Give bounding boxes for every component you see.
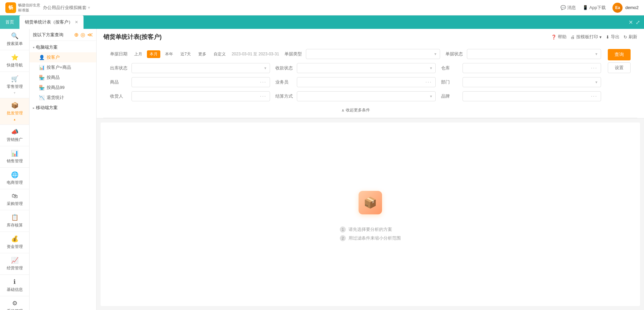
main-layout: 🔍 搜索菜单 ⭐ 快捷导航 🛒 零售管理 ▾ 📦 批发管理 ▴ 📣 营销推广 📊… <box>0 29 644 310</box>
scheme-list: 电脑端方案 👤 按客户 📊 按客户+商品 🏪 按商品 <box>30 41 96 310</box>
collapse-up-icon: ∧ <box>341 108 344 113</box>
receipt-status-select[interactable] <box>297 63 435 73</box>
empty-tip-1: 1 请先选择要分析的方案 <box>340 226 401 232</box>
tab-home[interactable]: 首页 <box>0 15 19 29</box>
out-status-filter-item: 出库状态 <box>110 63 270 73</box>
brand-select[interactable]: ··· <box>463 91 601 101</box>
sidebar-item-retail[interactable]: 🛒 零售管理 ▾ <box>0 72 29 98</box>
empty-tips: 1 请先选择要分析的方案 2 用过滤条件来缩小分析范围 <box>340 226 401 241</box>
ecom-icon: 🌐 <box>11 171 18 178</box>
scheme-item-by-customer-product[interactable]: 📊 按客户+商品 <box>30 62 96 72</box>
template-print-action[interactable]: 🖨 按模板打印 ▾ <box>571 34 602 40</box>
retail-icon: 🛒 <box>11 75 18 83</box>
window-close-btn[interactable]: ✕ <box>629 19 633 25</box>
scheme-item-by-product[interactable]: 🏪 按商品 <box>30 72 96 83</box>
sidebar-item-basic[interactable]: ℹ 基础信息 <box>0 275 29 296</box>
scheme-settings-btn[interactable]: ◎ <box>80 32 85 38</box>
logo-area: 畅 畅捷信好生意 标准版 <box>5 2 40 13</box>
staff-select[interactable]: ··· <box>297 77 435 87</box>
message-action[interactable]: 💬 消息 <box>560 5 576 11</box>
product-select[interactable]: ··· <box>131 77 270 87</box>
date-last-month-btn[interactable]: 上月 <box>131 50 145 58</box>
inventory-icon: 📋 <box>11 214 18 221</box>
refresh-action[interactable]: ↻ 刷新 <box>624 34 637 40</box>
recipient-label: 收货人 <box>110 93 129 99</box>
order-type-select[interactable] <box>306 49 440 59</box>
page-actions: ❓ 帮助 🖨 按模板打印 ▾ ⬇ 导出 ↻ <box>551 34 637 40</box>
out-status-select[interactable] <box>131 63 270 73</box>
scheme-item-return-stat[interactable]: 📉 退货统计 <box>30 93 96 103</box>
warehouse-filter-item: 仓库 ··· <box>441 63 601 73</box>
warehouse-select[interactable]: ··· <box>463 63 601 73</box>
product-filter-item: 商品 ··· <box>110 77 270 87</box>
box-icon: 📦 <box>364 196 377 209</box>
sidebar-item-business[interactable]: 📈 经营管理 <box>0 253 29 275</box>
desktop-group-arrow-icon <box>33 46 35 49</box>
sidebar-item-inventory[interactable]: 📋 库存核算 <box>0 210 29 232</box>
date-this-year-btn[interactable]: 本年 <box>162 50 176 58</box>
sidebar-item-sales-mgmt[interactable]: 📊 销售管理 <box>0 146 29 168</box>
refresh-icon: ↻ <box>624 35 627 40</box>
date-custom-btn[interactable]: 自定义 <box>211 50 228 58</box>
user-area[interactable]: Ea demo2 <box>612 3 639 13</box>
tab-sales-stat-label: 销货单统计表（按客户） <box>25 19 73 25</box>
scheme-group-desktop-header[interactable]: 电脑端方案 <box>30 42 96 52</box>
wholesale-arrow-icon: ▴ <box>14 117 15 121</box>
by-customer-icon: 👤 <box>39 55 45 60</box>
scheme-actions: ⊕ ◎ ≪ <box>74 32 93 38</box>
receipt-status-label: 收款状态 <box>275 65 294 71</box>
breadcrumb: 办公用品行业模拟账套 ▾ <box>43 5 90 11</box>
sidebar-item-system[interactable]: ⚙ 系统管理 <box>0 296 29 310</box>
sidebar-item-search[interactable]: 🔍 搜索菜单 <box>0 29 29 50</box>
help-icon: ❓ <box>551 35 556 40</box>
dept-select[interactable] <box>463 77 601 87</box>
payment-label: 结算方式 <box>275 93 294 99</box>
sidebar-item-shortcut[interactable]: ⭐ 快捷导航 <box>0 50 29 72</box>
basic-icon: ℹ <box>13 278 16 286</box>
product-label: 商品 <box>110 79 129 85</box>
app-download-action[interactable]: 📱 App下载 <box>583 5 606 11</box>
date-last-7days-btn[interactable]: 近7天 <box>178 50 194 58</box>
window-expand-btn[interactable]: ⤢ <box>636 19 640 25</box>
order-status-arrow-icon <box>595 52 597 56</box>
brand-label: 品牌 <box>441 93 460 99</box>
payment-arrow-icon <box>430 94 432 99</box>
sidebar-item-finance[interactable]: 💰 资金管理 <box>0 232 29 253</box>
query-button[interactable]: 查询 <box>608 49 631 60</box>
filter-row-2: 出库状态 收款状态 <box>110 63 601 73</box>
export-action[interactable]: ⬇ 导出 <box>606 34 620 40</box>
header-left: 畅 畅捷信好生意 标准版 办公用品行业模拟账套 ▾ <box>5 2 90 13</box>
out-status-label: 出库状态 <box>110 65 129 71</box>
order-status-select[interactable] <box>467 49 601 59</box>
dept-arrow-icon <box>595 80 597 85</box>
date-more-btn[interactable]: 更多 <box>196 50 209 58</box>
sidebar-item-wholesale[interactable]: 📦 批发管理 ▴ <box>0 98 29 125</box>
scheme-group-desktop: 电脑端方案 👤 按客户 📊 按客户+商品 🏪 按商品 <box>30 42 96 103</box>
sidebar-item-ecom[interactable]: 🌐 电商管理 <box>0 168 29 189</box>
tab-close-icon[interactable]: ✕ <box>75 20 78 24</box>
collapse-btn[interactable]: ∧ 收起更多条件 <box>110 105 601 115</box>
scheme-add-btn[interactable]: ⊕ <box>74 32 78 38</box>
warehouse-dots-icon: ··· <box>591 65 597 71</box>
top-header: 畅 畅捷信好生意 标准版 办公用品行业模拟账套 ▾ 💬 消息 📱 App下载 E… <box>0 0 644 15</box>
scheme-item-by-customer[interactable]: 👤 按客户 <box>30 52 96 62</box>
home-label: 首页 <box>5 19 14 25</box>
recipient-select[interactable]: ··· <box>131 91 270 101</box>
breadcrumb-sep: ▾ <box>88 5 90 10</box>
receipt-status-filter-item: 收款状态 <box>275 63 435 73</box>
help-action[interactable]: ❓ 帮助 <box>551 34 567 40</box>
order-status-filter-item: 单据状态 <box>445 49 601 59</box>
sidebar-item-purchase[interactable]: 🛍 采购管理 <box>0 189 29 210</box>
recipient-dots-icon: ··· <box>260 93 266 99</box>
payment-select[interactable] <box>297 91 435 101</box>
tab-bar: 首页 销货单统计表（按客户） ✕ ✕ ⤢ <box>0 15 644 29</box>
by-product-99-icon: 🏪 <box>39 85 45 90</box>
tab-sales-stat[interactable]: 销货单统计表（按客户） ✕ <box>19 15 84 29</box>
sidebar-item-marketing[interactable]: 📣 营销推广 <box>0 125 29 146</box>
scheme-panel-title: 按以下方案查询 <box>33 32 63 38</box>
scheme-collapse-btn[interactable]: ≪ <box>87 32 93 38</box>
scheme-item-by-product-99[interactable]: 🏪 按商品99 <box>30 83 96 93</box>
scheme-group-mobile-header[interactable]: 移动端方案 <box>30 103 96 113</box>
settings-button[interactable]: 设置 <box>608 62 631 73</box>
date-this-month-btn[interactable]: 本月 <box>147 50 160 58</box>
